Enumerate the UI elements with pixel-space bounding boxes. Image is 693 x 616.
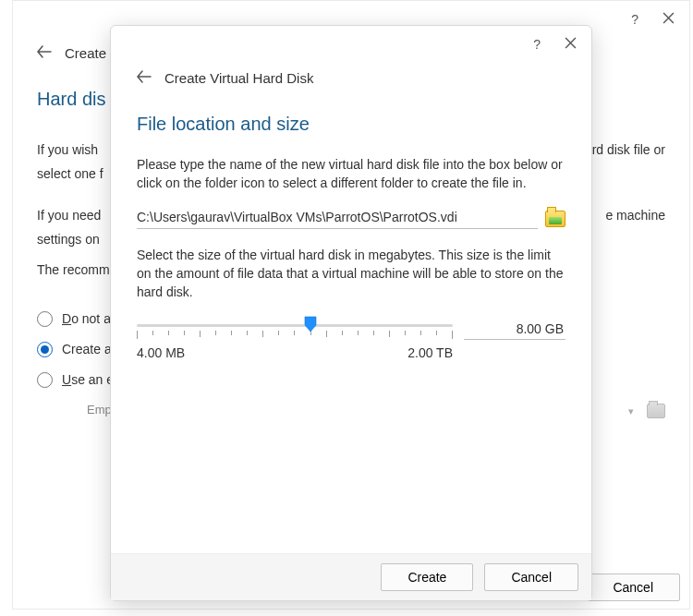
bg-para1-tail: ard disk file or — [585, 141, 665, 160]
bg-right-icons: ▾ — [628, 404, 665, 418]
file-path-row: C:\Users\gaurav\VirtualBox VMs\ParrotOS\… — [137, 208, 565, 229]
folder-icon-grey[interactable] — [647, 404, 665, 418]
disk-size-input[interactable]: 8.00 GB — [464, 321, 565, 340]
create-button[interactable]: Create — [381, 563, 473, 591]
help-icon[interactable]: ? — [533, 37, 541, 52]
create-virtual-hard-disk-dialog: ? Create Virtual Hard Disk File location… — [110, 25, 592, 601]
fg-section-title: File location and size — [137, 114, 565, 135]
close-icon[interactable] — [663, 12, 675, 27]
slider-min-label: 4.00 MB — [137, 345, 185, 360]
bg-para3: If you need — [37, 207, 101, 225]
disk-size-slider[interactable]: 4.00 MB 2.00 TB — [137, 321, 453, 360]
fg-button-bar: Create Cancel — [111, 553, 591, 600]
slider-thumb-icon[interactable] — [304, 316, 317, 332]
cancel-button[interactable]: Cancel — [484, 563, 578, 591]
fg-content: Create Virtual Hard Disk File location a… — [111, 63, 591, 553]
browse-folder-icon[interactable] — [545, 211, 565, 227]
disk-size-slider-area: 4.00 MB 2.00 TB 8.00 GB — [137, 321, 565, 360]
slider-max-label: 2.00 TB — [407, 345, 453, 360]
fg-titlebar: ? — [111, 26, 591, 63]
fg-breadcrumb-title: Create Virtual Hard Disk — [164, 70, 313, 86]
back-icon[interactable] — [137, 70, 152, 86]
chevron-down-icon[interactable]: ▾ — [628, 405, 634, 417]
bg-para1: If you wish — [37, 141, 98, 160]
fg-para1: Please type the name of the new virtual … — [137, 155, 565, 193]
slider-ticks — [137, 331, 453, 340]
bg-para3-tail: e machine — [605, 207, 665, 225]
close-icon[interactable] — [565, 37, 577, 52]
file-path-input[interactable]: C:\Users\gaurav\VirtualBox VMs\ParrotOS\… — [137, 208, 538, 229]
bg-cancel-button[interactable]: Cancel — [586, 574, 680, 601]
fg-para2: Select the size of the virtual hard disk… — [137, 246, 565, 302]
back-icon[interactable] — [37, 45, 52, 61]
help-icon[interactable]: ? — [631, 12, 638, 27]
